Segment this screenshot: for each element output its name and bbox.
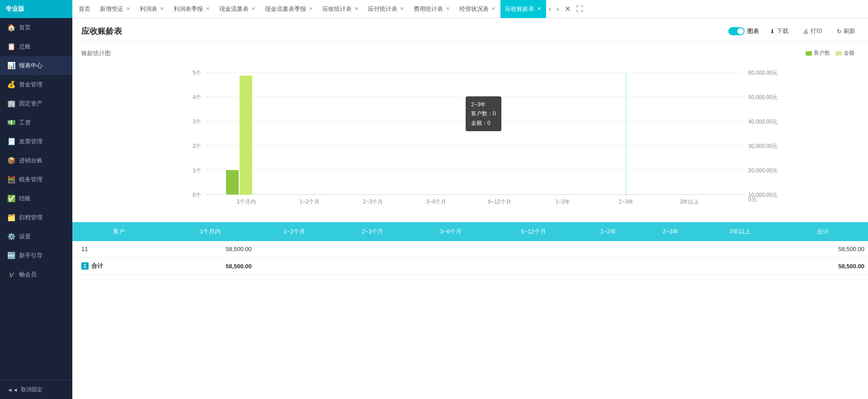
total-icon: Σ [81, 262, 89, 270]
total-23m [334, 257, 412, 275]
tab-new-voucher[interactable]: 新增凭证 ✕ [95, 0, 135, 18]
legend-amount-label: 金额 [844, 49, 854, 57]
sidebar-item-label: 进销台账 [19, 157, 42, 165]
table-row: 11 58,500.00 58,500.00 [72, 241, 868, 257]
unpin-button[interactable]: ◄◄ 取消固定 [0, 380, 72, 399]
tab-home-label: 首页 [79, 5, 90, 13]
total-23y [639, 257, 702, 275]
tab-profit-quarterly-close[interactable]: ✕ [206, 6, 210, 12]
sidebar-item-reports[interactable]: 📊 报表中心 [0, 56, 72, 75]
tab-operation-close[interactable]: ✕ [491, 6, 495, 12]
col-header-23m: 2~3个月 [334, 222, 412, 241]
sidebar-item-label: 固定资产 [19, 100, 42, 108]
toggle-label: 图表 [747, 27, 759, 35]
svg-text:1个: 1个 [193, 167, 201, 174]
table-header-row: 客户 1个月内 1~2个月 2~3个月 3~6个月 6~12个月 1~2年 2~… [72, 222, 868, 241]
reports-icon: 📊 [7, 62, 15, 70]
chart-title: 账龄统计图 [81, 49, 859, 57]
tab-cashflow-quarterly[interactable]: 现金流量表季报 ✕ [260, 0, 318, 18]
col-header-customer: 客户 [72, 222, 165, 241]
svg-text:20,000.00元: 20,000.00元 [748, 167, 778, 174]
row-customer: 11 [72, 241, 165, 257]
tab-expand-button[interactable]: ⛶ [573, 0, 586, 18]
funds-icon: 💰 [7, 81, 15, 89]
legend-amount-dot [835, 51, 842, 56]
chart-toggle[interactable]: 图表 [728, 27, 759, 35]
sidebar-item-label: 资金管理 [19, 81, 42, 89]
sidebar-item-invoices[interactable]: 🧾 发票管理 [0, 132, 72, 151]
svg-text:0个: 0个 [193, 192, 201, 198]
unpin-icon: ◄◄ [7, 387, 18, 393]
sidebar-item-label: 结账 [19, 195, 31, 203]
bar-1m-amount [240, 76, 252, 195]
col-header-3plus: 3年以上 [702, 222, 778, 241]
tab-next-button[interactable]: › [554, 0, 561, 18]
sidebar-item-guide[interactable]: 🆕 新手引导 [0, 246, 72, 265]
tab-close-all-button[interactable]: ✕ [562, 0, 573, 18]
tab-receivable-stats[interactable]: 应收统计表 ✕ [318, 0, 363, 18]
page-header: 应收账龄表 图表 ⬇ 下载 🖨 打印 ↻ 刷新 [72, 18, 868, 42]
row-3plus [702, 241, 778, 257]
sidebar-item-label: 税务管理 [19, 176, 42, 184]
legend-amount: 金额 [835, 49, 854, 57]
print-button[interactable]: 🖨 打印 [799, 25, 826, 37]
total-label-cell: Σ 合计 [72, 257, 165, 275]
ledger-icon: 📋 [7, 43, 15, 51]
tab-cashflow-close[interactable]: ✕ [251, 6, 255, 12]
refresh-label: 刷新 [844, 27, 855, 35]
sidebar-item-funds[interactable]: 💰 资金管理 [0, 75, 72, 94]
tab-receivable-stats-close[interactable]: ✕ [354, 6, 359, 12]
row-612m [490, 241, 577, 257]
total-total: 58,500.00 [778, 257, 868, 275]
print-label: 打印 [811, 27, 822, 35]
refresh-button[interactable]: ↻ 刷新 [833, 25, 859, 37]
sidebar-item-settings[interactable]: ⚙️ 设置 [0, 227, 72, 246]
sidebar-item-payroll[interactable]: 💵 工资 [0, 113, 72, 132]
tab-expense-stats[interactable]: 费用统计表 ✕ [409, 0, 455, 18]
tab-profit-quarterly[interactable]: 利润表季报 ✕ [169, 0, 215, 18]
tab-aging-close[interactable]: ✕ [537, 6, 541, 12]
sidebar-item-closing[interactable]: ✅ 结账 [0, 189, 72, 208]
tab-home[interactable]: 首页 [74, 0, 95, 18]
sidebar-item-home[interactable]: 🏠 首页 [0, 18, 72, 37]
row-total: 58,500.00 [778, 241, 868, 257]
tab-cashflow-quarterly-close[interactable]: ✕ [309, 6, 313, 12]
tab-payable-stats[interactable]: 应付统计表 ✕ [363, 0, 409, 18]
tab-payable-stats-close[interactable]: ✕ [400, 6, 404, 12]
sidebar-item-tax[interactable]: 🧮 税务管理 [0, 170, 72, 189]
tab-aging[interactable]: 应收账龄表 ✕ [500, 0, 546, 18]
svg-text:2~3个月: 2~3个月 [363, 199, 383, 205]
svg-text:1~2个月: 1~2个月 [300, 199, 320, 205]
sidebar-item-ledger[interactable]: 📋 总账 [0, 37, 72, 56]
download-button[interactable]: ⬇ 下载 [766, 25, 792, 37]
row-12y [577, 241, 640, 257]
row-12m [255, 241, 334, 257]
tab-profit-close[interactable]: ✕ [160, 6, 164, 12]
svg-text:3年以上: 3年以上 [680, 199, 699, 205]
svg-text:50,000.00元: 50,000.00元 [748, 94, 778, 100]
tab-prev-button[interactable]: ‹ [546, 0, 554, 18]
tab-profit[interactable]: 利润表 ✕ [135, 0, 169, 18]
svg-text:0元: 0元 [748, 196, 757, 203]
toggle-track[interactable] [728, 27, 745, 35]
row-36m [412, 241, 490, 257]
total-36m [412, 257, 490, 275]
tab-cashflow[interactable]: 现金流量表 ✕ [215, 0, 260, 18]
sidebar-item-member[interactable]: V 畅会员 [0, 265, 72, 284]
col-header-12y: 1~2年 [577, 222, 640, 241]
payroll-icon: 💵 [7, 119, 15, 127]
tab-new-voucher-close[interactable]: ✕ [126, 6, 130, 12]
tab-expense-stats-close[interactable]: ✕ [446, 6, 450, 12]
sidebar-item-archive[interactable]: 🗂️ 归档管理 [0, 208, 72, 227]
svg-text:3~6个月: 3~6个月 [426, 199, 446, 205]
sidebar-item-label: 首页 [19, 24, 31, 32]
invoices-icon: 🧾 [7, 138, 15, 146]
print-icon: 🖨 [803, 28, 809, 35]
sidebar-item-inventory[interactable]: 📦 进销台账 [0, 151, 72, 170]
archive-icon: 🗂️ [7, 214, 15, 222]
tab-operation[interactable]: 经营状况表 ✕ [455, 0, 500, 18]
svg-text:1个月内: 1个月内 [237, 199, 256, 205]
row-1m: 58,500.00 [165, 241, 255, 257]
sidebar-item-assets[interactable]: 🏢 固定资产 [0, 94, 72, 113]
row-23m [334, 241, 412, 257]
